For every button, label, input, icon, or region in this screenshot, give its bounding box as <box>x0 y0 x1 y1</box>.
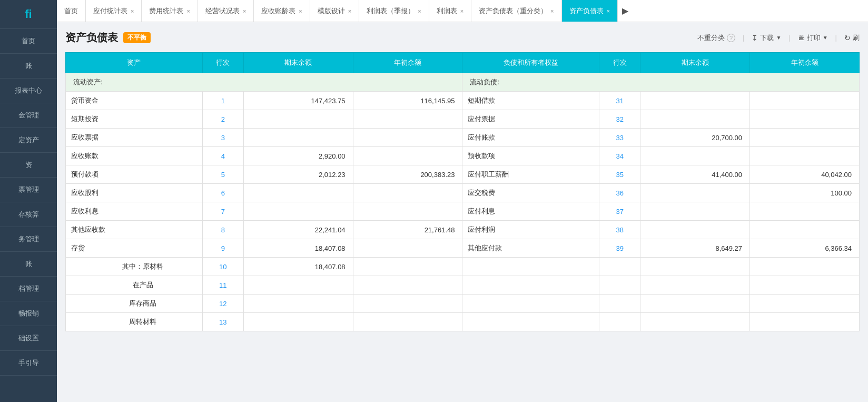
action-divider-1: | <box>743 34 744 42</box>
tab-close-aging[interactable]: × <box>299 8 302 14</box>
asset-label: 预付款项 <box>66 165 203 184</box>
tab-close-balance[interactable]: × <box>607 8 610 14</box>
asset-label: 应收利息 <box>66 202 203 221</box>
refresh-icon: ↻ <box>844 34 851 42</box>
th-row: 行次 <box>202 53 243 73</box>
sidebar-item-report-center[interactable]: 报表中心 <box>0 79 57 103</box>
sidebar-item-ledger[interactable]: 账 <box>0 252 57 277</box>
ending-balance-liability: 41,400.00 <box>640 165 750 184</box>
tab-bar: 首页 应付统计表 × 费用统计表 × 经营状况表 × 应收账龄表 × 模版设计 … <box>57 0 868 22</box>
row-num-liability: 37 <box>599 202 640 221</box>
sidebar-item-home[interactable]: 首页 <box>0 29 57 54</box>
ending-balance-liability <box>640 202 750 221</box>
tab-close-expense[interactable]: × <box>186 8 190 14</box>
sidebar-item-tax[interactable]: 务管理 <box>0 227 57 252</box>
table-row[interactable]: 库存商品 12 <box>66 295 860 313</box>
sidebar-item-investment[interactable]: 资 <box>0 153 57 178</box>
print-btn[interactable]: 🖶 打印 ▼ <box>798 33 828 43</box>
table-row[interactable]: 其他应收款 8 22,241.04 21,761.48 应付利润 38 <box>66 221 860 239</box>
section-asset-label: 流动资产: <box>66 73 462 92</box>
header-actions: 不重分类 ? | ↧ 下载 ▼ | 🖶 打印 ▼ | ↻ 刷 <box>697 33 860 43</box>
table-row[interactable]: 短期投资 2 应付票据 32 <box>66 110 860 129</box>
table-row[interactable]: 应收利息 7 应付利息 37 <box>66 202 860 221</box>
table-row[interactable]: 存货 9 18,407.08 其他应付款 39 8,649.27 6,366.3… <box>66 239 860 258</box>
sidebar-item-guide[interactable]: 手引导 <box>0 351 57 376</box>
table-row[interactable]: 应收账款 4 2,920.00 预收款项 34 <box>66 147 860 165</box>
liability-label: 其他应付款 <box>462 239 599 258</box>
tab-balance-reclassified[interactable]: 资产负债表（重分类） × <box>471 0 561 22</box>
tab-close-balance-re[interactable]: × <box>550 8 554 14</box>
liability-label: 应付账款 <box>462 129 599 147</box>
print-icon: 🖶 <box>798 34 805 42</box>
table-row[interactable]: 应收票据 3 应付账款 33 20,700.00 <box>66 129 860 147</box>
beginning-balance-liability <box>750 92 860 110</box>
print-label: 打印 <box>807 33 821 43</box>
not-reclassify-btn[interactable]: 不重分类 ? <box>697 33 735 43</box>
tab-home[interactable]: 首页 <box>57 0 86 22</box>
question-icon[interactable]: ? <box>727 34 735 42</box>
tab-close-business[interactable]: × <box>243 8 246 14</box>
ending-balance-asset: 2,012.23 <box>243 165 353 184</box>
tab-close-template[interactable]: × <box>348 8 351 14</box>
beginning-balance-liability <box>750 295 860 313</box>
sidebar-item-inventory[interactable]: 存核算 <box>0 202 57 227</box>
tab-profit-quarterly[interactable]: 利润表（季报） × <box>359 0 429 22</box>
sidebar-item-base-settings[interactable]: 础设置 <box>0 326 57 351</box>
tab-template-design[interactable]: 模版设计 × <box>310 0 359 22</box>
row-num-asset: 8 <box>202 221 243 239</box>
liability-label: 短期借款 <box>462 92 599 110</box>
row-num-asset: 7 <box>202 202 243 221</box>
th-ending-balance: 期末余额 <box>243 53 353 73</box>
ending-balance-liability: 8,649.27 <box>640 239 750 258</box>
row-num-liability <box>599 276 640 295</box>
table-row[interactable]: 应收股利 6 应交税费 36 100.00 <box>66 184 860 202</box>
liability-label: 预收款项 <box>462 147 599 165</box>
tab-expense-stats[interactable]: 费用统计表 × <box>142 0 198 22</box>
tab-close-profit[interactable]: × <box>460 8 463 14</box>
ending-balance-liability <box>640 184 750 202</box>
tab-balance[interactable]: 资产负债表 × <box>562 0 618 22</box>
sidebar-logo[interactable]: fi <box>0 0 57 29</box>
row-num-asset: 10 <box>202 258 243 276</box>
row-num-asset: 13 <box>202 313 243 331</box>
tab-payable-stats[interactable]: 应付统计表 × <box>86 0 142 22</box>
table-row[interactable]: 货币资金 1 147,423.75 116,145.95 短期借款 31 <box>66 92 860 110</box>
th-asset: 资产 <box>66 53 203 73</box>
table-row[interactable]: 其中：原材料 10 18,407.08 <box>66 258 860 276</box>
asset-label: 货币资金 <box>66 92 203 110</box>
print-arrow: ▼ <box>823 35 828 41</box>
tab-close-profit-q[interactable]: × <box>418 8 421 14</box>
content-area: 资产负债表 不平衡 不重分类 ? | ↧ 下载 ▼ | 🖶 打印 ▼ <box>57 22 868 402</box>
row-num-asset: 11 <box>202 276 243 295</box>
asset-label: 短期投资 <box>66 110 203 129</box>
ending-balance-liability <box>640 110 750 129</box>
sidebar-item-fixed-assets[interactable]: 定资产 <box>0 128 57 153</box>
refresh-btn[interactable]: ↻ 刷 <box>844 33 860 43</box>
beginning-balance-asset: 21,761.48 <box>353 221 462 239</box>
row-num-liability <box>599 313 640 331</box>
beginning-balance-liability: 40,042.00 <box>750 165 860 184</box>
ending-balance-asset <box>243 110 353 129</box>
tab-receivable-aging[interactable]: 应收账龄表 × <box>254 0 310 22</box>
beginning-balance-liability <box>750 276 860 295</box>
sidebar-item-expense[interactable]: 畅报销 <box>0 301 57 326</box>
table-row[interactable]: 周转材料 13 <box>66 313 860 331</box>
sidebar-item-invoice[interactable]: 票管理 <box>0 178 57 202</box>
ending-balance-liability: 20,700.00 <box>640 129 750 147</box>
tab-business-status[interactable]: 经营状况表 × <box>198 0 254 22</box>
tab-close-payable[interactable]: × <box>131 8 134 14</box>
sidebar-item-fund[interactable]: 金管理 <box>0 103 57 128</box>
tab-profit[interactable]: 利润表 × <box>429 0 471 22</box>
table-row[interactable]: 预付款项 5 2,012.23 200,383.23 应付职工薪酬 35 41,… <box>66 165 860 184</box>
row-num-asset: 12 <box>202 295 243 313</box>
row-num-liability: 35 <box>599 165 640 184</box>
sidebar-item-file[interactable]: 档管理 <box>0 277 57 301</box>
page-title-area: 资产负债表 不平衡 <box>65 31 151 45</box>
beginning-balance-asset: 116,145.95 <box>353 92 462 110</box>
table-row[interactable]: 在产品 11 <box>66 276 860 295</box>
download-btn[interactable]: ↧ 下载 ▼ <box>752 33 781 43</box>
tab-scroll-arrow[interactable]: ▶ <box>618 0 633 22</box>
sidebar-item-account[interactable]: 账 <box>0 54 57 79</box>
liability-label <box>462 276 599 295</box>
beginning-balance-liability: 6,366.34 <box>750 239 860 258</box>
